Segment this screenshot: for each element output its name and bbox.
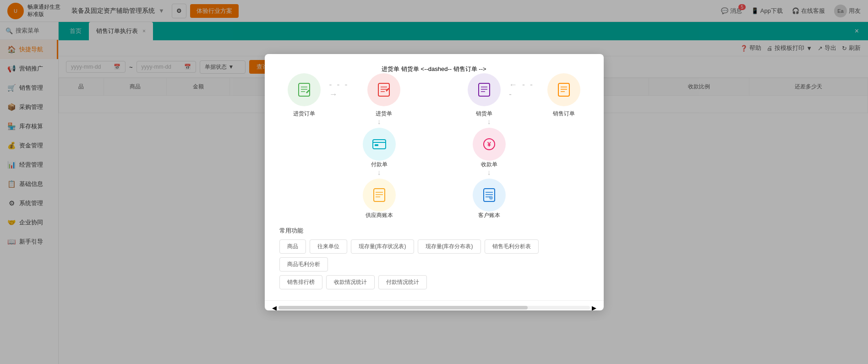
func-btn-partner[interactable]: 往来单位 [310,239,347,254]
func-btn-stock-status[interactable]: 现存量(库存状况表) [351,239,414,254]
func-btn-stock-dist[interactable]: 现存量(库存分布表) [418,239,481,254]
modal-overlay: 进货单 销货单 <--dashed-- 销售订单 --> 进货订单 - - - … [0,0,868,364]
down-arrow-supplier: ↓ [377,168,381,177]
common-func-title: 常用功能 [279,227,589,235]
down-arrow-customer: ↓ [487,168,491,177]
customer-ledger-circle [473,179,506,212]
purchase-order-circle [288,73,321,106]
purchase-bill-circle [367,73,400,106]
sales-order-label: 销售订单 [553,110,575,118]
flow-modal: 进货单 销货单 <--dashed-- 销售订单 --> 进货订单 - - - … [265,54,604,310]
func-buttons: 商品 往来单位 现存量(库存状况表) 现存量(库存分布表) 销售毛利分析表 商品… [279,239,589,272]
purchase-bill-label: 进货单 [376,110,392,118]
sales-bill-circle [468,73,501,106]
scroll-right-arrow[interactable]: ▶ [592,304,596,310]
svg-text:¥: ¥ [487,141,491,148]
customer-ledger-label: 客户账本 [478,212,500,219]
func-btn-product[interactable]: 商品 [279,239,306,254]
purchase-order-label: 进货订单 [293,110,315,118]
svg-rect-2 [299,83,310,96]
svg-rect-10 [479,83,490,96]
payment-bill-circle [363,128,396,161]
scroll-left-arrow[interactable]: ◀ [272,304,277,310]
svg-rect-14 [558,83,569,96]
payment-bill-label: 付款单 [371,161,388,168]
flow-item-purchase-bill: 进货单 [359,73,409,118]
modal-scrollbar[interactable]: ◀ ▶ [265,300,604,310]
func-btn-sales-margin[interactable]: 销售毛利分析表 [485,239,539,254]
svg-rect-23 [374,189,385,201]
customer-ledger-col: ↓ 客户账本 [473,168,506,219]
receipt-col: ↓ ¥ 收款单 [473,118,506,168]
func-btn-product-margin[interactable]: 商品毛利分析 [279,257,328,272]
scroll-track [278,306,590,310]
receipt-bill-label: 收款单 [481,161,497,168]
svg-rect-18 [373,140,386,149]
down-arrow-receipt: ↓ [487,118,491,126]
sales-order-circle [547,73,580,106]
func-buttons-row2: 销售排行榜 收款情况统计 付款情况统计 [279,275,589,289]
receipt-bill-circle: ¥ [473,128,506,161]
modal-body: 进货单 销货单 <--dashed-- 销售订单 --> 进货订单 - - - … [265,54,604,300]
supplier-ledger-label: 供应商账本 [366,212,393,219]
common-functions: 常用功能 商品 往来单位 现存量(库存状况表) 现存量(库存分布表) 销售毛利分… [279,227,589,289]
arrow-h1: - - - → [329,80,359,110]
payment-col: ↓ 付款单 [363,118,396,168]
flow-item-sales-bill: 销货单 [459,73,509,118]
scroll-thumb [278,306,528,310]
svg-point-31 [489,196,493,200]
flow-item-purchase-order: 进货订单 [279,73,329,118]
func-btn-receipt-stats[interactable]: 收款情况统计 [326,275,375,289]
down-arrow-payment: ↓ [377,118,381,126]
supplier-ledger-col: ↓ 供应商账本 [363,168,396,219]
supplier-ledger-circle [363,179,396,212]
func-btn-sales-rank[interactable]: 销售排行榜 [279,275,322,289]
svg-rect-20 [375,144,378,146]
arrow-h2: ← - - - [509,80,539,110]
func-btn-payment-stats[interactable]: 付款情况统计 [378,275,427,289]
sales-bill-label: 销货单 [476,110,492,118]
svg-rect-27 [484,189,495,201]
flow-item-sales-order: 销售订单 [539,73,589,118]
